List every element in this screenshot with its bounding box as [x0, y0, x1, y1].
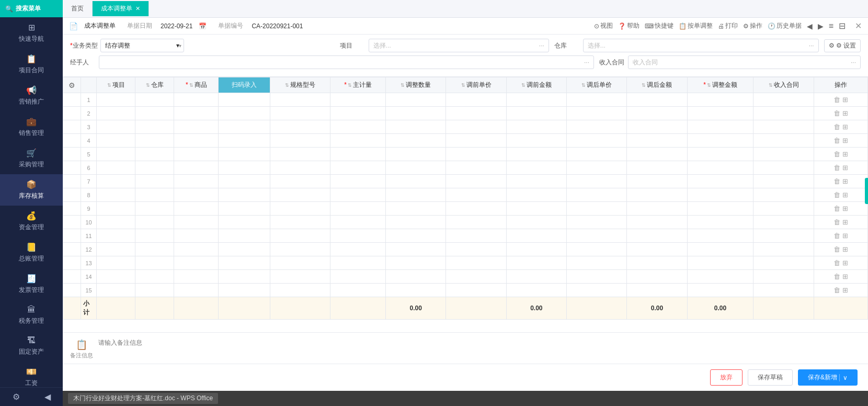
sidebar-item-ledger-mgmt[interactable]: 📒总账管理: [0, 237, 63, 268]
row-adj-amount-11[interactable]: [687, 229, 753, 243]
col-settings[interactable]: ⚙: [63, 77, 81, 93]
tab-cost-adjust[interactable]: 成本调整单✕: [93, 1, 149, 16]
row-adj-amount-3[interactable]: [687, 120, 753, 134]
row-product-13[interactable]: [174, 256, 219, 270]
row-delete-6[interactable]: 🗑: [833, 164, 840, 172]
tab-close-cost-adjust[interactable]: ✕: [135, 5, 140, 12]
row-scan-8[interactable]: [219, 188, 270, 202]
row-unit-10[interactable]: [330, 216, 385, 229]
row-after-price-12[interactable]: [566, 243, 626, 256]
sidebar-item-fixed-assets[interactable]: 🏗固定资产: [0, 331, 63, 362]
row-income-contract-4[interactable]: [753, 134, 814, 148]
row-unit-13[interactable]: [330, 256, 385, 270]
row-project-2[interactable]: [97, 107, 135, 120]
income-contract-input[interactable]: 收入合同 ···: [628, 55, 861, 69]
row-after-price-5[interactable]: [566, 148, 626, 161]
note-input[interactable]: [98, 337, 861, 348]
row-after-amount-7[interactable]: [627, 175, 687, 188]
row-adj-qty-12[interactable]: [386, 243, 446, 256]
col-product[interactable]: ⇅商品: [174, 77, 219, 93]
row-copy-4[interactable]: ⊞: [842, 137, 848, 144]
tab-home[interactable]: 首页: [63, 1, 93, 16]
col-prev-price[interactable]: ⇅调前单价: [446, 77, 506, 93]
row-copy-11[interactable]: ⊞: [842, 232, 848, 240]
row-delete-12[interactable]: 🗑: [833, 245, 840, 253]
row-income-contract-5[interactable]: [753, 148, 814, 161]
row-prev-price-4[interactable]: [446, 134, 506, 148]
row-delete-10[interactable]: 🗑: [833, 218, 840, 226]
project-input[interactable]: 选择... ···: [369, 39, 549, 52]
col-after-amount[interactable]: ⇅调后金额: [627, 77, 687, 93]
row-project-6[interactable]: [97, 161, 135, 175]
row-warehouse-10[interactable]: [135, 216, 174, 229]
row-warehouse-14[interactable]: [135, 270, 174, 284]
row-product-14[interactable]: [174, 270, 219, 284]
row-income-contract-10[interactable]: [753, 216, 814, 229]
row-after-amount-1[interactable]: [627, 93, 687, 107]
col-adj-qty[interactable]: ⇅调整数量: [386, 77, 446, 93]
row-scan-3[interactable]: [219, 120, 270, 134]
row-prev-price-14[interactable]: [446, 270, 506, 284]
row-after-price-14[interactable]: [566, 270, 626, 284]
sidebar-item-sales-promotion[interactable]: 📢营销推广: [0, 80, 63, 111]
row-copy-14[interactable]: ⊞: [842, 273, 848, 280]
row-adj-amount-8[interactable]: [687, 188, 753, 202]
row-after-price-10[interactable]: [566, 216, 626, 229]
window-close-button[interactable]: ✕: [855, 21, 862, 31]
sidebar-item-payroll[interactable]: 💴工资: [0, 362, 63, 387]
row-prev-price-10[interactable]: [446, 216, 506, 229]
row-prev-price-6[interactable]: [446, 161, 506, 175]
row-after-amount-10[interactable]: [627, 216, 687, 229]
business-type-value[interactable]: 结存调整 ▾: [100, 39, 184, 52]
row-unit-8[interactable]: [330, 188, 385, 202]
row-after-amount-2[interactable]: [627, 107, 687, 120]
row-scan-14[interactable]: [219, 270, 270, 284]
row-after-amount-3[interactable]: [627, 120, 687, 134]
row-project-9[interactable]: [97, 202, 135, 216]
row-project-11[interactable]: [97, 229, 135, 243]
row-after-amount-5[interactable]: [627, 148, 687, 161]
row-delete-15[interactable]: 🗑: [833, 286, 840, 294]
toggle-sidebar-icon[interactable]: ◀: [44, 392, 51, 402]
save-new-button[interactable]: 保存&新增 ∨: [798, 369, 858, 386]
row-scan-9[interactable]: [219, 202, 270, 216]
row-prev-amount-5[interactable]: [506, 148, 566, 161]
sidebar-item-inventory-calc[interactable]: 📦库存核算: [0, 174, 63, 206]
row-delete-5[interactable]: 🗑: [833, 150, 840, 158]
row-scan-5[interactable]: [219, 148, 270, 161]
row-project-12[interactable]: [97, 243, 135, 256]
sidebar-item-project-contract[interactable]: 📋项目合同: [0, 49, 63, 80]
row-unit-5[interactable]: [330, 148, 385, 161]
row-product-5[interactable]: [174, 148, 219, 161]
row-prev-price-3[interactable]: [446, 120, 506, 134]
discard-button[interactable]: 放弃: [710, 369, 743, 386]
row-after-amount-14[interactable]: [627, 270, 687, 284]
row-income-contract-1[interactable]: [753, 93, 814, 107]
row-prev-price-15[interactable]: [446, 284, 506, 297]
row-after-price-8[interactable]: [566, 188, 626, 202]
row-prev-price-11[interactable]: [446, 229, 506, 243]
row-after-price-2[interactable]: [566, 107, 626, 120]
row-prev-amount-6[interactable]: [506, 161, 566, 175]
row-prev-amount-9[interactable]: [506, 202, 566, 216]
income-contract-dots[interactable]: ···: [851, 59, 856, 66]
row-income-contract-12[interactable]: [753, 243, 814, 256]
row-prev-amount-12[interactable]: [506, 243, 566, 256]
row-copy-9[interactable]: ⊞: [842, 205, 848, 212]
row-prev-amount-7[interactable]: [506, 175, 566, 188]
row-warehouse-12[interactable]: [135, 243, 174, 256]
row-unit-2[interactable]: [330, 107, 385, 120]
row-scan-6[interactable]: [219, 161, 270, 175]
row-after-price-15[interactable]: [566, 284, 626, 297]
row-adj-qty-6[interactable]: [386, 161, 446, 175]
row-prev-price-2[interactable]: [446, 107, 506, 120]
save-draft-button[interactable]: 保存草稿: [748, 369, 793, 386]
project-dots[interactable]: ···: [539, 42, 544, 49]
row-after-amount-15[interactable]: [627, 284, 687, 297]
row-adj-amount-4[interactable]: [687, 134, 753, 148]
row-prev-price-12[interactable]: [446, 243, 506, 256]
row-product-7[interactable]: [174, 175, 219, 188]
row-spec-11[interactable]: [270, 229, 330, 243]
sidebar-item-purchase-mgmt[interactable]: 🛒采购管理: [0, 143, 63, 174]
row-spec-4[interactable]: [270, 134, 330, 148]
